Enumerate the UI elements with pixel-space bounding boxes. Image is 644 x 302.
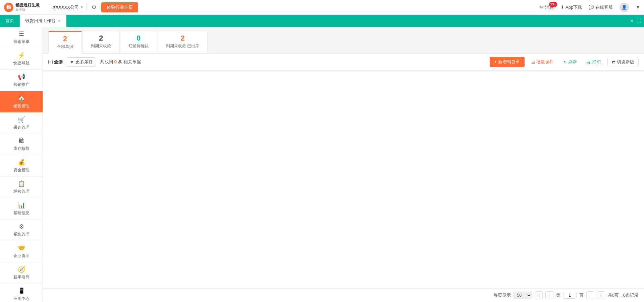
logo-icon: 畅 — [4, 3, 13, 12]
sidebar-item-marketing[interactable]: 📢 营销推广 — [0, 70, 43, 91]
add-sales-order-button[interactable]: + 新增销货单 — [490, 57, 525, 67]
newcomer-icon: 🧭 — [18, 266, 25, 273]
search-menu-label: 搜索菜单 — [13, 39, 30, 45]
filter-tab-all-label: 全部单据 — [57, 44, 73, 50]
filter-tab-unshipped[interactable]: 2 到期未收款 已出库 — [158, 31, 208, 53]
enterprise-collab-icon: 🤝 — [18, 244, 25, 252]
operations-icon: 📋 — [18, 180, 25, 187]
system-mgmt-icon: ⚙ — [19, 223, 24, 230]
settings-button[interactable]: ⚙ — [89, 3, 99, 12]
sidebar-item-finance[interactable]: 💰 资金管理 — [0, 155, 43, 177]
select-all-checkbox[interactable]: 全选 — [48, 59, 63, 65]
page-number-input[interactable] — [563, 292, 577, 299]
marketing-label: 营销推广 — [13, 82, 30, 87]
filter-tab-wangpu-label: 旺铺待确认 — [128, 43, 149, 49]
main-layout: ☰ 搜索菜单 ⚡ 快捷导航 📢 营销推广 🏠 销售管理 🛒 采购管理 🏛 库存核… — [0, 27, 644, 302]
batch-ops-button[interactable]: ⊞ 批量操作 — [529, 58, 556, 66]
quick-nav-icon: ⚡ — [18, 52, 25, 59]
logo-area: 畅 畅捷通好生意 标准版 — [4, 3, 47, 12]
print-button[interactable]: 🖨 打印 — [584, 58, 603, 66]
pagination-next[interactable]: ⟩ — [586, 291, 594, 299]
logo-text: 畅捷通好生意 标准版 — [15, 3, 40, 11]
found-text: 共找到 0 条 相关单据 — [100, 59, 141, 65]
app-download-button[interactable]: ⬇ App下载 — [560, 4, 582, 10]
search-menu-icon: ☰ — [19, 30, 24, 38]
app-download-label: App下载 — [566, 4, 582, 10]
sidebar-item-purchase-mgmt[interactable]: 🛒 采购管理 — [0, 113, 43, 134]
operations-label: 经营管理 — [13, 189, 30, 194]
tab-close-icon[interactable]: ✕ — [58, 19, 61, 23]
switch-version-button[interactable]: ⇄ 切换新版 — [607, 57, 639, 67]
online-service-button[interactable]: 💬 在线客服 — [589, 4, 613, 10]
pagination-prev[interactable]: ⟨ — [545, 291, 553, 299]
tab-cash-work-label: 钱货日清工作台 — [25, 18, 56, 24]
filter-tab-all[interactable]: 2 全部单据 — [48, 31, 82, 54]
page-size-select[interactable]: 50 10 20 100 — [514, 292, 532, 299]
table-area — [43, 71, 644, 288]
pagination-first[interactable]: ⟨⟨ — [535, 291, 543, 299]
message-icon: ✉ — [540, 5, 544, 10]
tab-cash-work[interactable]: 钱货日清工作台 ✕ — [20, 15, 66, 27]
refresh-label: 刷新 — [568, 59, 577, 65]
company-selector[interactable]: XXXXXX公司 ▼ — [50, 3, 87, 12]
filter-tab-unshipped-label: 到期未收款 已出库 — [166, 43, 199, 49]
nav-tabs: 首页 钱货日清工作台 ✕ ✕ ⛶ — [0, 15, 644, 27]
tab-home-label: 首页 — [5, 18, 14, 24]
found-count: 0 — [114, 59, 117, 64]
avatar[interactable]: 👤 — [620, 3, 629, 12]
company-arrow: ▼ — [80, 5, 84, 9]
trial-button[interactable]: 体验行业方案 — [101, 2, 138, 12]
pagination-page-label: 第 — [556, 292, 560, 298]
content-inner: 2 全部单据 2 到期未收款 0 旺铺待确认 2 到期未收款 已出库 — [43, 27, 644, 302]
sidebar-item-system-mgmt[interactable]: ⚙ 系统管理 — [0, 220, 43, 241]
sidebar-item-operations[interactable]: 📋 经营管理 — [0, 177, 43, 198]
footer-pagination: 每页显示 50 10 20 100 ⟨⟨ ⟨ 第 页 ⟩ ⟩⟩ 共0页，0条记录 — [43, 288, 644, 302]
content-area: 2 全部单据 2 到期未收款 0 旺铺待确认 2 到期未收款 已出库 — [43, 27, 644, 302]
tab-expand[interactable]: ⛶ — [637, 18, 641, 23]
sidebar-item-inventory[interactable]: 🏛 库存核算 — [0, 134, 43, 155]
refresh-icon: ↻ — [563, 60, 567, 65]
page-size-label: 每页显示 — [493, 292, 511, 298]
tab-home[interactable]: 首页 — [0, 15, 20, 27]
select-all-label: 全选 — [54, 59, 63, 65]
sidebar-item-enterprise-collab[interactable]: 🤝 企业协同 — [0, 241, 43, 262]
sidebar-item-newcomer[interactable]: 🧭 新手引导 — [0, 262, 43, 284]
online-service-label: 在线客服 — [595, 4, 613, 10]
marketing-icon: 📢 — [18, 73, 25, 80]
tab-close-window[interactable]: ✕ — [630, 18, 634, 23]
sidebar-item-app-center[interactable]: 📱 应用中心 — [0, 284, 43, 302]
app-center-icon: 📱 — [18, 287, 25, 295]
purchase-mgmt-label: 采购管理 — [13, 125, 30, 130]
basic-info-icon: 📊 — [18, 201, 25, 209]
finance-icon: 💰 — [18, 159, 25, 166]
switch-icon: ⇄ — [612, 60, 615, 65]
basic-info-label: 基础信息 — [13, 210, 30, 216]
batch-ops-icon: ⊞ — [531, 60, 535, 65]
pagination-last[interactable]: ⟩⟩ — [597, 291, 605, 299]
username-display[interactable]: ▼ — [636, 5, 640, 10]
sales-mgmt-icon: 🏠 — [18, 95, 25, 102]
sidebar-item-basic-info[interactable]: 📊 基础信息 — [0, 198, 43, 220]
enterprise-collab-label: 企业协同 — [13, 253, 30, 259]
select-all-input[interactable] — [48, 60, 53, 64]
inventory-label: 库存核算 — [13, 146, 30, 152]
batch-ops-label: 批量操作 — [536, 59, 554, 65]
filter-tab-wangpu[interactable]: 0 旺铺待确认 — [120, 31, 157, 53]
sidebar-item-sales-mgmt[interactable]: 🏠 销售管理 — [0, 91, 43, 113]
sidebar-item-search-menu[interactable]: ☰ 搜索菜单 — [0, 27, 43, 48]
app-center-label: 应用中心 — [13, 296, 30, 302]
header-right: ✉ 消息 99 ⬇ App下载 💬 在线客服 👤 ▼ — [540, 3, 640, 12]
refresh-button[interactable]: ↻ 刷新 — [560, 58, 580, 66]
print-label: 打印 — [592, 59, 601, 65]
purchase-mgmt-icon: 🛒 — [18, 116, 25, 123]
switch-label: 切换新版 — [617, 59, 634, 65]
filter-icon: ▼ — [70, 60, 74, 65]
sidebar-item-quick-nav[interactable]: ⚡ 快捷导航 — [0, 48, 43, 70]
company-name: XXXXXX公司 — [53, 4, 79, 10]
logo-sub: 标准版 — [15, 8, 40, 12]
filter-tab-overdue[interactable]: 2 到期未收款 — [83, 31, 119, 53]
filter-tab-unshipped-count: 2 — [181, 34, 185, 43]
message-button[interactable]: ✉ 消息 99 — [540, 4, 554, 10]
filter-button[interactable]: ▼ 更多条件 — [67, 57, 96, 67]
service-icon: 💬 — [589, 5, 594, 10]
